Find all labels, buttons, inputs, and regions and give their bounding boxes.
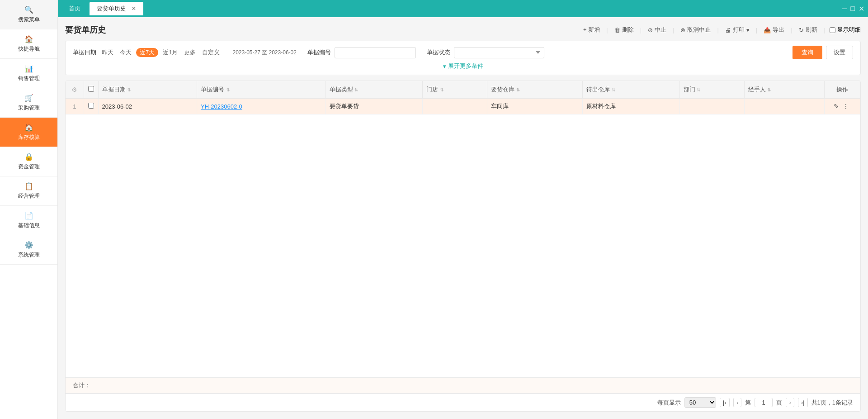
sort-doc-no-icon[interactable]: ⇅ bbox=[226, 87, 230, 92]
col-doc-type: 单据类型 ⇅ bbox=[326, 81, 423, 99]
per-page-select[interactable]: 50 100 200 bbox=[684, 397, 716, 408]
sort-date-icon[interactable]: ⇅ bbox=[127, 87, 131, 92]
status-filter-group: 单据状态 bbox=[427, 47, 544, 58]
delete-icon: 🗑 bbox=[614, 27, 620, 33]
query-button[interactable]: 查询 bbox=[793, 46, 822, 59]
date-custom[interactable]: 自定义 bbox=[200, 48, 222, 57]
new-button[interactable]: + 新增 bbox=[581, 25, 602, 35]
sidebar-item-search-menu[interactable]: 🔍 搜索菜单 bbox=[0, 0, 57, 29]
operations-icon: 📋 bbox=[24, 182, 33, 190]
per-page-label: 每页显示 bbox=[657, 399, 681, 407]
col-store: 门店 ⇅ bbox=[423, 81, 487, 99]
date-yesterday[interactable]: 昨天 bbox=[100, 48, 115, 57]
last-page-button[interactable]: ›| bbox=[798, 398, 808, 407]
cancel-stop-button[interactable]: ⊗ 取消中止 bbox=[679, 25, 712, 35]
date-filter-label: 单据日期 bbox=[73, 48, 96, 57]
row-more-icon[interactable]: ⋮ bbox=[843, 103, 849, 110]
window-controls: ─ □ ✕ bbox=[842, 5, 864, 13]
date-7days[interactable]: 近7天 bbox=[136, 48, 158, 57]
col-operations: 操作 bbox=[824, 81, 860, 99]
quick-nav-icon: 🏠 bbox=[24, 35, 33, 43]
sidebar-item-label: 基础信息 bbox=[18, 222, 40, 229]
table-container: ⚙ 单据日期 ⇅ 单据编号 ⇅ bbox=[65, 81, 861, 412]
doc-no-input[interactable] bbox=[335, 47, 416, 58]
page-label-first: 第 bbox=[745, 399, 751, 407]
status-label: 单据状态 bbox=[427, 48, 450, 57]
stop-button[interactable]: ⊘ 中止 bbox=[646, 25, 668, 35]
row-num: 1 bbox=[66, 99, 84, 114]
sales-icon: 📊 bbox=[24, 64, 33, 73]
col-pending-warehouse: 待出仓库 ⇅ bbox=[583, 81, 680, 99]
sidebar-item-label: 系统管理 bbox=[18, 251, 40, 259]
refresh-icon: ↻ bbox=[799, 27, 804, 33]
date-today[interactable]: 今天 bbox=[118, 48, 133, 57]
settings-button[interactable]: 设置 bbox=[826, 46, 853, 59]
sidebar-item-system[interactable]: ⚙️ 系统管理 bbox=[0, 235, 57, 265]
table-row[interactable]: 1 2023-06-02 YH-20230602-0 要货单要货 车间库 bbox=[66, 99, 860, 114]
prev-page-button[interactable]: ‹ bbox=[733, 398, 741, 407]
sidebar-item-basic-info[interactable]: 📄 基础信息 bbox=[0, 206, 57, 235]
sort-pending-warehouse-icon[interactable]: ⇅ bbox=[612, 87, 615, 92]
export-icon: 📤 bbox=[764, 27, 771, 33]
date-filter-group: 单据日期 昨天 今天 近7天 近1月 更多 自定义 bbox=[73, 48, 222, 57]
row-checkbox[interactable] bbox=[88, 103, 94, 109]
sidebar-item-label: 销售管理 bbox=[18, 75, 40, 82]
finance-icon: 🔒 bbox=[24, 152, 33, 161]
table-header: ⚙ 单据日期 ⇅ 单据编号 ⇅ bbox=[66, 81, 860, 99]
display-detail-checkbox[interactable] bbox=[830, 27, 835, 33]
sort-store-icon[interactable]: ⇅ bbox=[440, 87, 443, 92]
sidebar-item-operations[interactable]: 📋 经营管理 bbox=[0, 176, 57, 206]
minimize-button[interactable]: ─ bbox=[842, 5, 847, 13]
tab-home[interactable]: 首页 bbox=[61, 2, 88, 15]
date-1month[interactable]: 近1月 bbox=[161, 48, 179, 57]
date-shortcuts: 昨天 今天 近7天 近1月 更多 自定义 bbox=[100, 48, 222, 57]
filter-action-buttons: 查询 设置 bbox=[793, 46, 853, 59]
next-page-button[interactable]: › bbox=[786, 398, 794, 407]
print-dropdown-icon: ▾ bbox=[746, 27, 750, 33]
date-more[interactable]: 更多 bbox=[182, 48, 198, 57]
delete-button[interactable]: 🗑 删除 bbox=[613, 25, 636, 35]
sidebar-item-finance[interactable]: 🔒 资金管理 bbox=[0, 147, 57, 176]
sidebar-item-label: 资金管理 bbox=[18, 163, 40, 171]
row-department bbox=[679, 99, 744, 114]
sort-req-warehouse-icon[interactable]: ⇅ bbox=[516, 87, 520, 92]
row-operations: ✎ ⋮ bbox=[824, 99, 860, 114]
sidebar-item-inventory[interactable]: 🏠 库存核算 bbox=[0, 118, 57, 147]
date-range-display: 2023-05-27 至 2023-06-02 bbox=[232, 49, 296, 57]
search-menu-icon: 🔍 bbox=[24, 5, 33, 14]
table-scroll[interactable]: ⚙ 单据日期 ⇅ 单据编号 ⇅ bbox=[66, 81, 860, 377]
date-range-group: 2023-05-27 至 2023-06-02 bbox=[232, 49, 296, 57]
sidebar-item-purchase[interactable]: 🛒 采购管理 bbox=[0, 88, 57, 118]
row-pending-warehouse: 原材料仓库 bbox=[583, 99, 680, 114]
expand-more-button[interactable]: ▾ 展开更多条件 bbox=[73, 62, 853, 70]
sort-doc-type-icon[interactable]: ⇅ bbox=[354, 87, 358, 92]
print-button[interactable]: 🖨 打印 ▾ bbox=[723, 25, 751, 35]
maximize-button[interactable]: □ bbox=[850, 5, 855, 13]
export-button[interactable]: 📤 导出 bbox=[762, 25, 786, 35]
pagination: 每页显示 50 100 200 |‹ ‹ 第 页 › ›| 共1页，1条记录 bbox=[66, 393, 860, 411]
close-button[interactable]: ✕ bbox=[859, 5, 864, 13]
row-edit-icon[interactable]: ✎ bbox=[834, 103, 839, 110]
col-doc-no: 单据编号 ⇅ bbox=[197, 81, 326, 99]
status-select[interactable] bbox=[454, 47, 544, 58]
display-detail-toggle[interactable]: 显示明细 bbox=[830, 26, 861, 34]
sidebar-item-sales[interactable]: 📊 销售管理 bbox=[0, 59, 57, 88]
gear-icon[interactable]: ⚙ bbox=[71, 86, 77, 93]
select-all-checkbox[interactable] bbox=[88, 86, 94, 92]
sidebar: 🔍 搜索菜单 🏠 快捷导航 📊 销售管理 🛒 采购管理 🏠 库存核算 🔒 资金管… bbox=[0, 0, 58, 419]
sort-department-icon[interactable]: ⇅ bbox=[697, 87, 700, 92]
sidebar-item-quick-nav[interactable]: 🏠 快捷导航 bbox=[0, 29, 57, 59]
cancel-stop-icon: ⊗ bbox=[680, 27, 685, 33]
sort-handler-icon[interactable]: ⇅ bbox=[767, 87, 771, 92]
page-number-input[interactable] bbox=[755, 398, 773, 407]
page-label-last: 页 bbox=[776, 399, 782, 407]
col-date: 单据日期 ⇅ bbox=[98, 81, 197, 99]
doc-no-label: 单据编号 bbox=[307, 48, 331, 57]
doc-no-link[interactable]: YH-20230602-0 bbox=[201, 103, 242, 110]
expand-icon: ▾ bbox=[443, 63, 446, 70]
tab-requisition-history[interactable]: 要货单历史 ✕ bbox=[90, 2, 143, 15]
refresh-button[interactable]: ↻ 刷新 bbox=[797, 25, 819, 35]
col-checkbox bbox=[84, 81, 98, 99]
first-page-button[interactable]: |‹ bbox=[720, 398, 730, 407]
tab-close-icon[interactable]: ✕ bbox=[132, 5, 136, 12]
